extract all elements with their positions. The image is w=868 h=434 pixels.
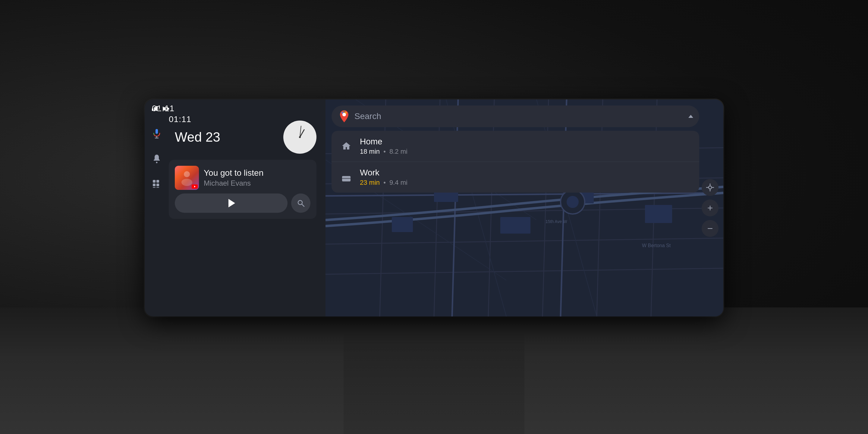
apps-button[interactable] [147, 174, 166, 193]
chevron-up-icon [688, 115, 693, 118]
album-art [175, 166, 199, 190]
svg-point-54 [709, 186, 712, 189]
album-art-graphic [179, 169, 194, 187]
apps-grid-icon [152, 179, 161, 189]
home-icon [341, 141, 352, 152]
svg-point-49 [341, 112, 343, 114]
home-label: Home [360, 137, 692, 147]
youtube-play-icon [194, 186, 195, 187]
work-time: 23 min [360, 179, 380, 186]
battery-fill [163, 108, 166, 110]
zoom-out-label: − [707, 224, 713, 233]
nav-destinations-dropdown: Home 18 min • 8.2 mi [332, 131, 699, 193]
maps-search-bar[interactable]: Search [332, 105, 699, 127]
maps-panel: 15th Ave N W Nickerson St W Bertona St 1… [326, 99, 723, 316]
svg-point-10 [184, 171, 190, 177]
music-text: You got to listen Michael Evans [204, 168, 310, 187]
svg-rect-40 [392, 217, 413, 232]
map-controls: + − [702, 179, 718, 237]
home-details: 18 min • 8.2 mi [360, 148, 692, 156]
zoom-in-button[interactable]: + [702, 199, 718, 216]
svg-point-47 [567, 196, 579, 208]
work-icon-container [339, 170, 354, 185]
work-destination-text: Work 23 min • 9.4 mi [360, 168, 692, 187]
home-time: 18 min [360, 148, 380, 155]
nav-item-home[interactable]: Home 18 min • 8.2 mi [332, 131, 699, 162]
svg-text:15th Ave W: 15th Ave W [546, 219, 567, 224]
play-icon [228, 199, 235, 207]
music-card[interactable]: You got to listen Michael Evans [169, 160, 316, 219]
svg-rect-4 [153, 180, 156, 183]
svg-point-3 [156, 162, 158, 163]
home-icon-container [339, 138, 354, 154]
battery-icon [163, 107, 168, 110]
music-info-row: You got to listen Michael Evans [175, 166, 310, 190]
svg-rect-8 [153, 187, 156, 188]
bell-icon [152, 153, 162, 164]
work-details: 23 min • 9.4 mi [360, 179, 692, 187]
maps-logo-container [338, 110, 351, 123]
search-music-button[interactable] [291, 193, 310, 213]
music-title: You got to listen [204, 168, 310, 178]
work-distance: 9.4 mi [390, 179, 407, 186]
notification-button[interactable] [147, 149, 166, 168]
svg-rect-36 [500, 217, 530, 234]
left-panel: Wed 23 01:11 [145, 99, 326, 316]
svg-rect-6 [153, 184, 156, 186]
android-auto-screen: Wed 23 01:11 [145, 99, 723, 316]
clock-face [283, 121, 316, 154]
svg-rect-41 [645, 205, 672, 223]
music-artist: Michael Evans [204, 179, 310, 187]
zoom-in-label: + [707, 203, 713, 213]
microphone-button[interactable] [147, 124, 166, 143]
play-button[interactable] [175, 193, 287, 213]
youtube-badge [192, 184, 198, 189]
clock-widget[interactable] [283, 121, 316, 154]
search-icon [297, 199, 305, 207]
signal-bar-2 [154, 107, 156, 111]
svg-point-50 [345, 112, 347, 114]
svg-rect-0 [156, 129, 158, 134]
home-distance: 8.2 mi [390, 148, 407, 155]
svg-point-51 [344, 111, 345, 113]
maps-pin-icon [338, 110, 350, 123]
svg-text:W Bertona St: W Bertona St [642, 243, 671, 248]
nav-item-work[interactable]: Work 23 min • 9.4 mi [332, 162, 699, 193]
svg-rect-9 [156, 187, 159, 188]
zoom-out-button[interactable]: − [702, 220, 718, 237]
signal-bar-4 [158, 108, 160, 111]
location-icon [706, 183, 714, 192]
work-dot: • [383, 179, 388, 186]
music-controls [175, 193, 310, 213]
battery-indicator [162, 107, 168, 110]
time-label: 01:11 [169, 115, 191, 124]
home-dot: • [383, 148, 388, 155]
svg-point-11 [181, 179, 192, 186]
svg-rect-52 [342, 176, 350, 181]
microphone-icon [151, 128, 162, 138]
date-label: Wed 23 [175, 130, 277, 145]
work-label: Work [360, 168, 692, 178]
signal-bar-3 [156, 106, 158, 111]
svg-rect-7 [156, 184, 159, 186]
svg-rect-5 [156, 180, 159, 183]
home-destination-text: Home 18 min • 8.2 mi [360, 137, 692, 156]
console-area [344, 329, 524, 434]
left-sidebar [145, 99, 169, 316]
signal-strength [152, 106, 160, 111]
briefcase-icon [341, 172, 352, 183]
svg-line-13 [302, 204, 304, 207]
signal-bar-1 [152, 108, 153, 111]
location-button[interactable] [702, 179, 718, 196]
search-placeholder: Search [354, 112, 685, 121]
left-content-area: Wed 23 01:11 [145, 99, 326, 316]
clock-center-dot [299, 136, 301, 138]
